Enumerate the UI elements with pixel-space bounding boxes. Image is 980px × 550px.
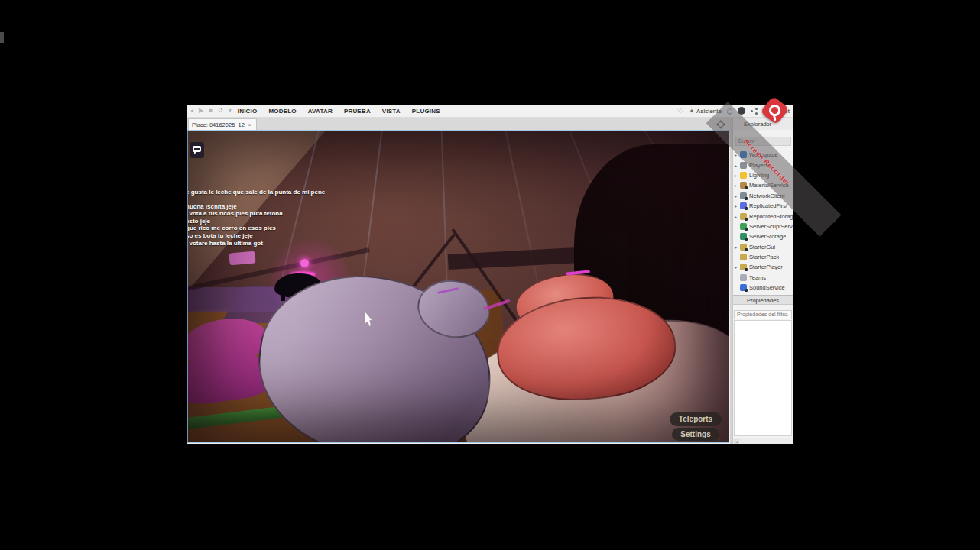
gear-icon[interactable] (718, 121, 724, 128)
lighting-bulb-icon (740, 172, 747, 179)
server-storage-icon (740, 233, 747, 240)
workspace-globe-icon (740, 151, 747, 158)
chat-line: i votare hasta la ultima got (187, 240, 446, 247)
expand-arrow-icon[interactable]: ▸ (735, 203, 740, 209)
username-label[interactable]: Marcobret (762, 108, 790, 115)
chat-line: que rico me corro en esos pies (187, 225, 446, 232)
tab-inicio[interactable]: INICIO (238, 108, 258, 115)
expand-arrow-icon[interactable]: ▸ (735, 214, 740, 219)
replicated-storage-icon (740, 213, 747, 220)
settings-button[interactable]: Settings (672, 428, 719, 441)
chat-bubble-icon (193, 146, 201, 152)
pink-prop (229, 251, 255, 266)
search-input[interactable] (735, 137, 791, 146)
properties-filter (733, 305, 793, 320)
quick-access-toolbar: ◂ ▶ ■ ↺ ▾ (187, 108, 238, 114)
explorer-item-serverscriptservice[interactable]: ▸ServerScriptService (733, 222, 793, 231)
replicated-first-icon (740, 202, 747, 209)
explorer-search (735, 132, 791, 146)
starter-gui-icon (740, 244, 747, 251)
explorer-item-materialservice[interactable]: ▸MaterialService (733, 180, 793, 190)
expand-arrow-icon[interactable]: ▸ (735, 163, 740, 168)
starter-player-icon (740, 264, 747, 270)
teams-icon (740, 274, 747, 281)
chat-line: so es bota tu leche jeje (187, 232, 446, 240)
explorer-item-workspace[interactable]: ▸Workspace (733, 150, 793, 160)
share-icon[interactable] (751, 110, 753, 112)
undo-icon[interactable]: ↺ (218, 108, 223, 114)
explorer-panel: Explorador ▸Workspace ▸Players ▸Lighting… (732, 118, 793, 444)
properties-empty-area (734, 320, 792, 436)
game-viewport[interactable]: e gusta le leche que sale de la punta de… (187, 130, 729, 443)
menu-bar: ◂ ▶ ■ ↺ ▾ INICIO MODELO AVATAR PRUEBA VI… (187, 105, 793, 118)
players-icon (740, 162, 747, 169)
properties-filter-input[interactable] (734, 310, 792, 319)
explorer-item-starterplayer[interactable]: ▸StarterPlayer (733, 262, 793, 272)
expand-arrow-icon[interactable]: ▸ (735, 183, 740, 188)
stop-icon[interactable]: ■ (209, 108, 213, 114)
close-icon[interactable]: × (248, 121, 252, 128)
place-tab[interactable]: Place: 04162025_12 × (188, 118, 257, 130)
properties-title[interactable]: Propiedades (733, 295, 793, 305)
play-icon[interactable]: ▶ (199, 108, 203, 114)
explorer-item-replicatedstorage[interactable]: ▸ReplicatedStorage (733, 211, 793, 221)
explorer-item-players[interactable]: ▸Players (733, 160, 793, 170)
server-script-service-icon (740, 223, 747, 230)
ribbon-tabs: INICIO MODELO AVATAR PRUEBA VISTA PLUGIN… (238, 108, 440, 115)
chat-line: i vota a tus ricos pies puta tetona (187, 210, 446, 218)
video-frame: ◂ ▶ ■ ↺ ▾ INICIO MODELO AVATAR PRUEBA VI… (0, 0, 980, 550)
explorer-item-soundservice[interactable]: ▸SoundService (733, 283, 793, 293)
expand-arrow-icon[interactable]: ▸ (735, 193, 740, 199)
sound-service-icon (740, 284, 747, 291)
tab-modelo[interactable]: MODELO (268, 108, 296, 115)
place-tab-label: Place: 04162025_12 (192, 121, 245, 128)
toolbar-overflow-icon[interactable]: ▾ (229, 108, 232, 114)
document-tab-bar: Place: 04162025_12 × (187, 118, 730, 131)
network-client-icon (740, 192, 747, 199)
explorer-item-lighting[interactable]: ▸Lighting (733, 170, 793, 180)
sparkle-icon: ✦ (689, 108, 694, 115)
explorer-item-networkclient[interactable]: ▸NetworkClient (733, 191, 793, 201)
chat-line: nucha Ischita jeje (187, 203, 446, 211)
expand-arrow-icon[interactable]: ▸ (735, 152, 740, 157)
chat-line: e gusta le leche que sale de la punta de… (187, 189, 446, 196)
scroll-left-icon[interactable]: ◂ (734, 439, 739, 444)
notification-bell-icon[interactable] (727, 108, 732, 114)
explorer-item-startergui[interactable]: ▸StarterGui (733, 242, 793, 252)
tab-plugins[interactable]: PLUGINS (412, 108, 440, 115)
tab-avatar[interactable]: AVATAR (308, 108, 333, 115)
explorer-item-starterpack[interactable]: ▸StarterPack (733, 252, 793, 262)
avatar[interactable] (738, 107, 745, 115)
roblox-studio-window: ◂ ▶ ■ ↺ ▾ INICIO MODELO AVATAR PRUEBA VI… (187, 105, 793, 444)
horizontal-scrollbar[interactable]: ◂ (733, 438, 793, 444)
material-service-icon (740, 182, 747, 189)
chat-log: e gusta le leche que sale de la punta de… (187, 189, 446, 247)
starter-pack-icon (740, 254, 747, 260)
tab-prueba[interactable]: PRUEBA (344, 108, 371, 115)
expand-arrow-icon[interactable]: ▸ (735, 244, 740, 250)
tab-vista[interactable]: VISTA (382, 108, 401, 115)
back-icon[interactable]: ◂ (190, 108, 193, 114)
floating-potion-blob (300, 259, 309, 267)
frame-artifact (0, 32, 4, 43)
expand-arrow-icon[interactable]: ▸ (735, 173, 740, 178)
chat-toggle-button[interactable] (190, 142, 204, 158)
assistant-button[interactable]: ✦ Asistente (689, 108, 722, 115)
explorer-tree: ▸Workspace ▸Players ▸Lighting ▸MaterialS… (733, 148, 793, 293)
teleports-button[interactable]: Teleports (670, 412, 722, 426)
titlebar-right: ♡ ✦ Asistente Marcobret (677, 107, 793, 115)
explorer-title: Explorador (733, 118, 793, 130)
expand-arrow-icon[interactable]: ▸ (735, 264, 740, 270)
chat-line: esto jeje (187, 218, 446, 225)
explorer-item-serverstorage[interactable]: ▸ServerStorage (733, 231, 793, 241)
explorer-item-teams[interactable]: ▸Teams (733, 273, 793, 283)
explorer-item-replicatedfirst[interactable]: ▸ReplicatedFirst (733, 201, 793, 211)
heart-icon[interactable]: ♡ (677, 108, 683, 115)
